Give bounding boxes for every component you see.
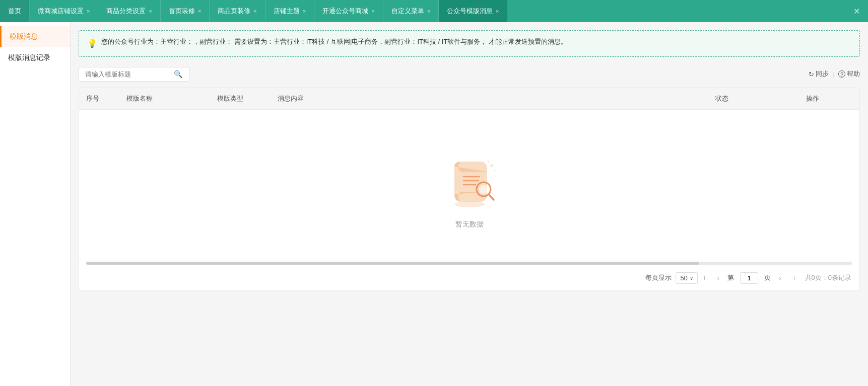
sidebar-item-template-msg[interactable]: 模版消息 [0,26,70,47]
col-header-status: 状态 [708,88,799,109]
close-tab-shop-theme[interactable]: × [303,8,306,14]
refresh-icon: ↻ [809,70,814,78]
sidebar-item-template-msg-label: 模版消息 [10,32,38,40]
sync-label: 同步 [816,69,829,79]
table-header: 序号 模版名称 模版类型 消息内容 状态 操作 [79,88,859,110]
svg-point-8 [495,170,496,171]
page-size-label: 每页显示 [645,273,672,282]
content-area: 💡 您的公众号行业为：主营行业：，副营行业： 需要设置为：主营行业：IT科技 /… [71,22,868,386]
scrollbar-track[interactable] [86,262,852,265]
empty-illustration [439,151,500,212]
refresh-button[interactable]: ↻ 同步 [809,69,829,79]
toolbar-right: ↻ 同步 | ? 帮助 [809,69,860,79]
help-label: 帮助 [847,69,860,79]
tab-custom-menu[interactable]: 自定义菜单 × [383,0,439,22]
search-input[interactable] [83,67,174,81]
search-bar: 🔍 ↻ 同步 | ? 帮助 [79,67,860,82]
top-nav: 首页 微商城店铺设置 × 商品分类设置 × 首页装修 × 商品页装修 × 店铺主… [0,0,868,22]
search-input-wrap: 🔍 [79,67,189,82]
svg-point-9 [488,161,490,163]
tab-template-msg-label: 公众号模版消息 [447,7,493,16]
empty-text: 暂无数据 [455,220,484,229]
col-header-type: 模版类型 [210,88,271,109]
toolbar-divider: | [833,70,834,78]
scrollbar-thumb [86,262,699,265]
col-header-index: 序号 [79,88,119,109]
col-header-action: 操作 [799,88,859,109]
scrollbar-area [79,261,859,266]
tab-shop-settings[interactable]: 微商城店铺设置 × [30,0,98,22]
first-page-button[interactable]: ⊢ [702,273,711,283]
tab-home-decor[interactable]: 首页装修 × [161,0,210,22]
pagination: 每页显示 50 ∨ ⊢ ‹ 第 页 › ⊣ 共0页，0条记录 [79,266,859,290]
close-tab-open-mall[interactable]: × [371,8,374,14]
tab-open-mall[interactable]: 开通公众号商城 × [314,0,383,22]
main-layout: 模版消息 模版消息记录 💡 您的公众号行业为：主营行业：，副营行业： 需要设置为… [0,22,868,386]
last-page-button[interactable]: ⊣ [787,273,797,283]
close-tab-product-decor[interactable]: × [253,8,256,14]
tab-category-settings[interactable]: 商品分类设置 × [98,0,160,22]
page-number-input[interactable] [740,272,758,284]
col-header-name: 模版名称 [119,88,210,109]
help-button[interactable]: ? 帮助 [838,69,860,79]
close-tab-custom-menu[interactable]: × [427,8,430,14]
sidebar-item-template-msg-log[interactable]: 模版消息记录 [0,47,70,68]
help-icon: ? [838,70,845,78]
next-page-button[interactable]: › [777,273,783,283]
page-size-select[interactable]: 50 ∨ [676,272,697,284]
close-tab-home-decor[interactable]: × [198,8,201,14]
sidebar-item-template-msg-log-label: 模版消息记录 [8,53,50,61]
sidebar: 模版消息 模版消息记录 [0,22,71,386]
prev-page-button[interactable]: ‹ [715,273,721,283]
close-tab-category-settings[interactable]: × [149,8,152,14]
tab-shop-theme-label: 店铺主题 [274,7,300,16]
notice-box: 💡 您的公众号行业为：主营行业：，副营行业： 需要设置为：主营行业：IT科技 /… [79,30,860,57]
tab-shop-theme[interactable]: 店铺主题 × [265,0,314,22]
tab-shop-settings-label: 微商城店铺设置 [38,7,84,16]
chevron-down-icon: ∨ [690,275,693,281]
tab-product-decor-label: 商品页装修 [218,7,250,16]
page-total-label: 共0页，0条记录 [805,273,851,282]
svg-point-5 [479,185,488,194]
close-all-tabs-button[interactable]: ✕ [845,7,868,16]
tab-home[interactable]: 首页 [0,0,30,22]
tab-product-decor[interactable]: 商品页装修 × [210,0,265,22]
notice-prefix: 您的公众号行业为：主营行业：，副营行业： [101,38,232,45]
svg-line-6 [489,194,494,200]
data-table: 序号 模版名称 模版类型 消息内容 状态 操作 [79,88,860,290]
notice-suffix: 才能正常发送预置的消息。 [489,38,567,45]
tab-custom-menu-label: 自定义菜单 [391,7,424,16]
tab-open-mall-label: 开通公众号商城 [322,7,368,16]
search-button[interactable]: 🔍 [174,70,182,78]
tab-category-settings-label: 商品分类设置 [106,7,146,16]
tab-template-msg[interactable]: 公众号模版消息 × [439,0,507,22]
col-header-content: 消息内容 [271,88,708,109]
page-unit-label: 页 [764,273,771,282]
page-size-value: 50 [680,274,687,282]
svg-point-0 [454,201,485,207]
close-tab-template-msg[interactable]: × [496,8,499,14]
notice-icon: 💡 [87,37,97,50]
tab-home-decor-label: 首页装修 [169,7,195,16]
page-label-prefix: 第 [727,273,734,282]
close-tab-shop-settings[interactable]: × [87,8,90,14]
table-body-empty: 暂无数据 [79,110,859,261]
tab-home-label: 首页 [8,7,21,16]
notice-highlight: 需要设置为：主营行业：IT科技 / 互联网|电子商务，副营行业：IT科技 / I… [234,38,487,45]
notice-text: 您的公众号行业为：主营行业：，副营行业： 需要设置为：主营行业：IT科技 / 互… [101,37,567,47]
svg-point-7 [490,164,493,167]
